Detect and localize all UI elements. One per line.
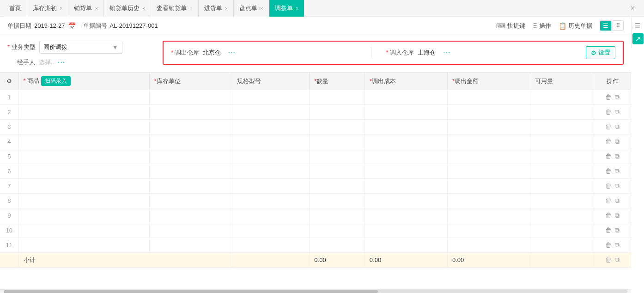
row-available-2[interactable] <box>530 105 594 120</box>
transfer-out-more-button[interactable]: ··· <box>228 49 236 57</box>
row-amount-5[interactable] <box>448 149 530 164</box>
row-available-5[interactable] <box>530 149 594 164</box>
copy-icon[interactable]: ⧉ <box>615 226 620 234</box>
row-spec-3[interactable] <box>232 120 310 134</box>
tab-stocktake-close[interactable]: × <box>260 6 263 11</box>
delete-icon[interactable]: 🗑 <box>605 182 612 189</box>
row-product-6[interactable] <box>18 164 149 179</box>
row-amount-9[interactable] <box>448 208 530 223</box>
delete-icon[interactable]: 🗑 <box>605 226 612 234</box>
row-amount-8[interactable] <box>448 194 530 208</box>
copy-icon[interactable]: ⧉ <box>615 197 620 204</box>
row-spec-2[interactable] <box>232 105 310 120</box>
view-grid-button[interactable]: ⠿ <box>613 20 624 31</box>
window-close-button[interactable]: × <box>625 4 640 12</box>
row-spec-5[interactable] <box>232 149 310 164</box>
transfer-in-more-button[interactable]: ··· <box>443 49 450 57</box>
delete-icon[interactable]: 🗑 <box>605 138 612 145</box>
sidebar-export-icon[interactable]: ↗ <box>632 33 644 44</box>
copy-icon[interactable]: ⧉ <box>615 153 620 160</box>
row-cost-1[interactable] <box>365 90 447 105</box>
copy-icon[interactable]: ⧉ <box>615 241 620 249</box>
tab-sales-history-close[interactable]: × <box>142 6 145 11</box>
row-amount-3[interactable] <box>448 120 530 134</box>
row-spec-8[interactable] <box>232 194 310 208</box>
row-unit-4[interactable] <box>149 134 232 149</box>
row-available-8[interactable] <box>530 194 594 208</box>
row-qty-8[interactable] <box>310 194 365 208</box>
row-cost-4[interactable] <box>365 134 447 149</box>
row-amount-10[interactable] <box>448 223 530 238</box>
row-qty-3[interactable] <box>310 120 365 134</box>
tab-sales-order[interactable]: 销货单 × <box>68 0 103 17</box>
delete-icon[interactable]: 🗑 <box>605 123 612 130</box>
copy-icon[interactable]: ⧉ <box>615 123 620 130</box>
tab-inventory-init-close[interactable]: × <box>60 6 62 11</box>
copy-icon[interactable]: ⧉ <box>615 108 620 116</box>
copy-icon[interactable]: ⧉ <box>615 212 620 219</box>
row-amount-4[interactable] <box>448 134 530 149</box>
delete-icon[interactable]: 🗑 <box>605 241 612 249</box>
delete-icon[interactable]: 🗑 <box>605 153 612 160</box>
row-unit-1[interactable] <box>149 90 232 105</box>
subtotal-delete-icon[interactable]: 🗑 <box>605 256 612 263</box>
row-product-1[interactable] <box>18 90 149 105</box>
row-available-10[interactable] <box>530 223 594 238</box>
row-product-9[interactable] <box>18 208 149 223</box>
row-product-5[interactable] <box>18 149 149 164</box>
setting-button[interactable]: ⚙ 设置 <box>586 46 615 59</box>
row-cost-10[interactable] <box>365 223 447 238</box>
row-available-1[interactable] <box>530 90 594 105</box>
row-available-7[interactable] <box>530 179 594 194</box>
row-cost-6[interactable] <box>365 164 447 179</box>
date-value[interactable]: 2019-12-27 <box>34 22 65 29</box>
row-available-9[interactable] <box>530 208 594 223</box>
delete-icon[interactable]: 🗑 <box>605 197 612 204</box>
row-spec-4[interactable] <box>232 134 310 149</box>
calendar-icon[interactable]: 📅 <box>68 22 76 30</box>
row-amount-6[interactable] <box>448 164 530 179</box>
row-qty-7[interactable] <box>310 179 365 194</box>
row-unit-8[interactable] <box>149 194 232 208</box>
row-amount-11[interactable] <box>448 238 530 253</box>
scan-button[interactable]: 扫码录入 <box>41 76 71 86</box>
horizontal-scrollbar[interactable] <box>0 289 631 293</box>
row-spec-11[interactable] <box>232 238 310 253</box>
row-cost-8[interactable] <box>365 194 447 208</box>
row-unit-6[interactable] <box>149 164 232 179</box>
row-qty-5[interactable] <box>310 149 365 164</box>
transfer-in-value[interactable]: 上海仓 <box>418 49 436 57</box>
row-available-11[interactable] <box>530 238 594 253</box>
row-spec-6[interactable] <box>232 164 310 179</box>
row-cost-7[interactable] <box>365 179 447 194</box>
row-spec-10[interactable] <box>232 223 310 238</box>
row-amount-1[interactable] <box>448 90 530 105</box>
row-unit-3[interactable] <box>149 120 232 134</box>
row-product-4[interactable] <box>18 134 149 149</box>
tab-sales-order-close[interactable]: × <box>95 6 97 11</box>
tab-stocktake[interactable]: 盘点单 × <box>234 0 269 17</box>
operations-button[interactable]: ⠿ 操作 <box>533 22 551 30</box>
copy-icon[interactable]: ⧉ <box>615 93 620 101</box>
copy-icon[interactable]: ⧉ <box>615 167 620 175</box>
tab-sales-history[interactable]: 销货单历史 × <box>104 0 151 17</box>
row-qty-9[interactable] <box>310 208 365 223</box>
row-spec-1[interactable] <box>232 90 310 105</box>
row-unit-2[interactable] <box>149 105 232 120</box>
row-amount-2[interactable] <box>448 105 530 120</box>
row-qty-1[interactable] <box>310 90 365 105</box>
transfer-out-value[interactable]: 北京仓 <box>203 49 221 57</box>
row-cost-3[interactable] <box>365 120 447 134</box>
row-qty-10[interactable] <box>310 223 365 238</box>
tab-inventory-init[interactable]: 库存期初 × <box>27 0 68 17</box>
row-qty-6[interactable] <box>310 164 365 179</box>
view-list-button[interactable]: ☰ <box>600 20 612 31</box>
row-cost-5[interactable] <box>365 149 447 164</box>
row-unit-11[interactable] <box>149 238 232 253</box>
tab-purchase-order[interactable]: 进货单 × <box>199 0 234 17</box>
row-cost-11[interactable] <box>365 238 447 253</box>
row-product-2[interactable] <box>18 105 149 120</box>
delete-icon[interactable]: 🗑 <box>605 108 612 116</box>
tab-view-sales[interactable]: 查看销货单 × <box>151 0 198 17</box>
handler-more-button[interactable]: ··· <box>58 58 65 67</box>
